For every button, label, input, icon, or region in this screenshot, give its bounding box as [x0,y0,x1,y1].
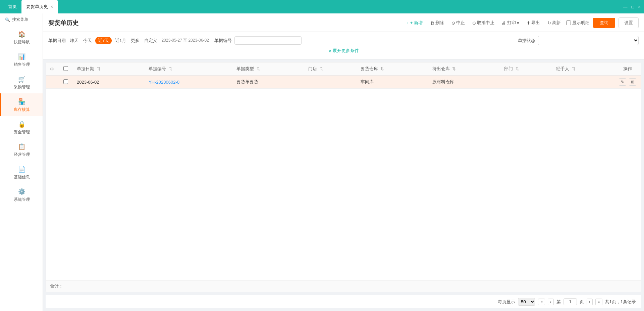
col-doc-date-label: 单据日期 [77,66,94,71]
table-footer: 合计： [46,280,641,292]
delete-label: 删除 [435,20,444,26]
tab-home-label: 首页 [8,4,17,10]
col-handler-label: 经手人 [556,66,569,71]
new-button[interactable]: + + 新增 [405,18,425,27]
finance-icon: 🔒 [18,121,25,128]
export-button[interactable]: ⬆ 导出 [525,18,542,27]
col-req-warehouse[interactable]: 要货仓库 ⇅ [357,62,428,76]
query-button[interactable]: 查询 [593,18,615,28]
sales-icon: 📊 [18,53,25,60]
column-settings-icon[interactable]: ⚙ [50,66,54,72]
sidebar-item-sales[interactable]: 📊 销售管理 [0,48,43,71]
date-btn-7days[interactable]: 近7天 [95,37,112,44]
date-btn-today[interactable]: 今天 [82,37,93,44]
date-btn-custom[interactable]: 自定义 [143,37,159,44]
row-pending-warehouse-cell: 原材料仓库 [428,76,500,89]
next-page-button[interactable]: › [587,299,593,305]
col-department-label: 部门 [504,66,513,71]
col-handler[interactable]: 经手人 ⇅ [552,62,614,76]
row-doc-number-link[interactable]: YH-20230602-0 [149,80,179,85]
print-button[interactable]: 🖨 打印 ▾ [500,18,521,27]
expand-filter-button[interactable]: ∨ 展开更多条件 [326,46,362,55]
row-settings-cell [46,76,59,89]
sidebar-item-quick-nav[interactable]: 🏠 快捷导航 [0,26,43,48]
new-label: + 新增 [410,20,423,26]
col-doc-type[interactable]: 单据类型 ⇅ [232,62,304,76]
col-department[interactable]: 部门 ⇅ [500,62,552,76]
col-req-warehouse-label: 要货仓库 [361,66,378,71]
table-area: ⚙ 单据日期 ⇅ 单据编号 ⇅ [46,62,641,292]
table-row: 2023-06-02 YH-20230602-0 要货单要货 车间库 [46,76,641,89]
row-detail-button[interactable]: ⊞ [629,78,636,86]
sidebar-item-finance[interactable]: 🔒 资金管理 [0,116,43,138]
date-btn-1month[interactable]: 近1月 [114,37,127,44]
row-store-cell [304,76,356,89]
delete-button[interactable]: 🗑 删除 [428,18,446,27]
tab-home[interactable]: 首页 [3,0,21,13]
refresh-button[interactable]: ↻ 刷新 [545,18,563,27]
filter-area: 单据日期 昨天 今天 近7天 近1月 更多 自定义 2023-05-27 至 2… [43,32,644,59]
col-doc-date[interactable]: 单据日期 ⇅ [73,62,145,76]
per-page-label: 每页显示 [498,299,515,305]
first-page-button[interactable]: « [538,299,545,305]
window-minimize-button[interactable]: — [623,4,628,9]
date-btn-yesterday[interactable]: 昨天 [68,37,80,44]
last-page-button[interactable]: » [595,299,602,305]
sidebar-item-operations[interactable]: 📋 经营管理 [0,138,43,161]
page-number-input[interactable] [564,298,577,305]
operations-icon: 📋 [18,143,25,150]
display-detail-input[interactable] [566,20,571,25]
window-close-button[interactable]: × [638,4,641,9]
col-handler-sort-icon: ⇅ [572,66,576,71]
doc-number-input[interactable] [234,36,302,45]
row-edit-button[interactable]: ✎ [619,78,626,86]
doc-status-select[interactable] [538,36,639,45]
prev-page-button[interactable]: ‹ [548,299,554,305]
cancel-stop-label: 取消中止 [477,20,494,26]
filter-row: 单据日期 昨天 今天 近7天 近1月 更多 自定义 2023-05-27 至 2… [48,36,639,45]
window-maximize-button[interactable]: □ [632,4,634,9]
pagination-bar: 每页显示 50 100 « ‹ 第 页 › » 共1页，1条记录 [46,295,641,308]
tab-requisition-history[interactable]: 要货单历史 × [21,0,58,13]
sidebar-item-basic-info[interactable]: 📄 基础信息 [0,161,43,183]
row-checkbox-cell [59,76,73,89]
sidebar-item-quick-nav-label: 快捷导航 [14,39,30,45]
col-doc-number[interactable]: 单据编号 ⇅ [145,62,232,76]
stop-button[interactable]: ⊙ 中止 [449,18,467,27]
date-filter-item: 单据日期 昨天 今天 近7天 近1月 更多 自定义 2023-05-27 至 2… [48,37,209,44]
tab-requisition-label: 要货单历史 [26,4,48,10]
doc-status-label: 单据状态 [518,38,535,44]
doc-status-filter-item: 单据状态 [307,36,639,45]
sidebar-item-system[interactable]: ⚙️ 系统管理 [0,183,43,206]
sidebar-item-inventory-label: 库存核算 [14,107,30,113]
row-handler-cell [552,76,614,89]
per-page-select[interactable]: 50 100 [518,298,535,306]
row-doc-type: 要货单要货 [236,79,258,84]
inventory-icon: 🏪 [18,98,25,105]
refresh-label: 刷新 [552,20,561,26]
sidebar-search[interactable]: 🔍 搜索菜单 [0,13,43,26]
tab-close-button[interactable]: × [51,4,53,9]
refresh-icon: ↻ [547,20,551,26]
col-pending-warehouse[interactable]: 待出仓库 ⇅ [428,62,500,76]
date-btn-more[interactable]: 更多 [129,37,141,44]
col-store[interactable]: 门店 ⇅ [304,62,356,76]
select-all-checkbox[interactable] [63,66,68,71]
col-settings: ⚙ [46,62,59,76]
row-checkbox[interactable] [63,79,68,84]
page-title: 要货单历史 [48,19,78,30]
doc-number-filter-item: 单据编号 [214,36,302,45]
setting-button[interactable]: 设置 [619,17,639,28]
sidebar-item-purchase[interactable]: 🛒 采购管理 [0,71,43,93]
cancel-stop-button[interactable]: ⊙ 取消中止 [470,18,496,27]
sidebar-item-inventory[interactable]: 🏪 库存核算 [0,93,43,116]
basic-info-icon: 📄 [18,166,25,173]
sidebar-item-operations-label: 经营管理 [14,152,30,158]
row-doc-type-cell: 要货单要货 [232,76,304,89]
display-detail-checkbox[interactable]: 显示明细 [566,20,590,26]
col-store-sort-icon: ⇅ [320,66,323,71]
col-department-sort-icon: ⇅ [516,66,519,71]
sidebar-item-purchase-label: 采购管理 [14,84,30,90]
display-detail-label: 显示明细 [572,20,590,26]
sidebar-item-finance-label: 资金管理 [14,129,30,135]
